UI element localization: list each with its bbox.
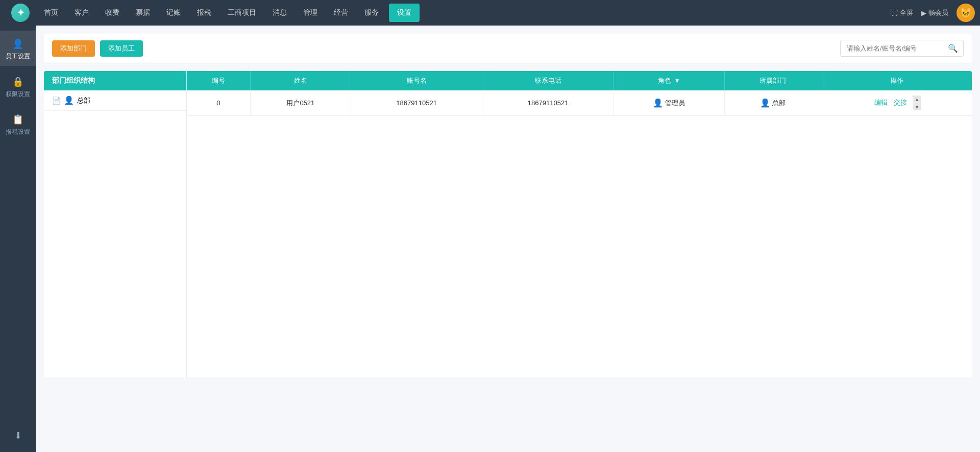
- nav-item-message[interactable]: 消息: [264, 0, 295, 26]
- toolbar: 添加部门 添加员工 🔍: [44, 34, 972, 63]
- cell-dept: 👤 总部: [724, 90, 821, 116]
- logo: ✦: [5, 4, 36, 22]
- col-header-id: 编号: [187, 71, 250, 90]
- cell-phone: 18679110521: [482, 90, 614, 116]
- nav-item-tax[interactable]: 报税: [189, 0, 219, 26]
- nav-item-fee[interactable]: 收费: [97, 0, 128, 26]
- nav-item-manage[interactable]: 管理: [295, 0, 326, 26]
- nav-item-service[interactable]: 服务: [356, 0, 387, 26]
- scroll-down-button[interactable]: ▼: [913, 103, 921, 110]
- fullscreen-button[interactable]: ⛶ 全屏: [891, 8, 913, 17]
- role-person-icon: 👤: [653, 98, 663, 108]
- dept-item-name: 总部: [77, 96, 90, 105]
- sidebar-item-permission-label: 权限设置: [6, 90, 30, 99]
- col-header-action: 操作: [821, 71, 972, 90]
- row-scroll-buttons: ▲ ▼: [913, 96, 921, 110]
- fullscreen-label: 全屏: [900, 8, 913, 17]
- app-layout: 👤 员工设置 🔒 权限设置 📋 报税设置 ⬇ 添加部门 添加员工 🔍: [0, 0, 980, 452]
- search-input[interactable]: [841, 41, 943, 55]
- nav-item-accounting[interactable]: 记账: [158, 0, 189, 26]
- sidebar-download-button[interactable]: ⬇: [0, 422, 36, 452]
- sidebar: 👤 员工设置 🔒 权限设置 📋 报税设置 ⬇: [0, 26, 36, 452]
- sidebar-item-tax-settings[interactable]: 📋 报税设置: [0, 106, 36, 141]
- main-content: 添加部门 添加员工 🔍 部门组织结构 📄 👤 总部: [36, 26, 980, 452]
- cell-account: 18679110521: [351, 90, 482, 116]
- scroll-up-button[interactable]: ▲: [913, 96, 921, 103]
- edit-link[interactable]: 编辑: [874, 99, 888, 106]
- sidebar-item-permission[interactable]: 🔒 权限设置: [0, 68, 36, 104]
- logo-icon: ✦: [11, 4, 30, 22]
- dept-tree-item-general[interactable]: 📄 👤 总部: [44, 90, 186, 111]
- dept-file-icon: 📄: [52, 97, 61, 105]
- tax-settings-icon: 📋: [12, 113, 24, 126]
- cell-actions: 编辑 交接 ▲ ▼: [821, 90, 972, 116]
- col-header-dept: 所属部门: [724, 71, 821, 90]
- add-emp-button[interactable]: 添加员工: [100, 40, 143, 57]
- top-nav: ✦ 首页 客户 收费 票据 记账 报税 工商项目 消息 管理 经营 服务 设置 …: [0, 0, 980, 26]
- fullscreen-icon: ⛶: [891, 9, 898, 17]
- add-dept-button[interactable]: 添加部门: [52, 40, 95, 57]
- nav-items: 首页 客户 收费 票据 记账 报税 工商项目 消息 管理 经营 服务 设置: [36, 0, 891, 26]
- nav-right: ⛶ 全屏 ▶ 畅会员 🐱: [891, 4, 975, 22]
- nav-item-operation[interactable]: 经营: [326, 0, 356, 26]
- cell-id: 0: [187, 90, 250, 116]
- table-row: 0 用户0521 18679110521 18679110521 👤 管理员: [187, 90, 972, 116]
- search-button[interactable]: 🔍: [943, 40, 963, 56]
- dept-person-icon: 👤: [64, 96, 74, 105]
- col-header-name: 姓名: [250, 71, 351, 90]
- content-body: 部门组织结构 📄 👤 总部 编号 姓名 账号名 联系电话: [44, 71, 972, 377]
- sidebar-item-employee-label: 员工设置: [6, 52, 30, 61]
- col-header-phone: 联系电话: [482, 71, 614, 90]
- col-header-account: 账号名: [351, 71, 482, 90]
- cell-role: 👤 管理员: [614, 90, 724, 116]
- cell-name: 用户0521: [250, 90, 351, 116]
- emp-table: 编号 姓名 账号名 联系电话 角色 ▼ 所属部门 操作: [187, 71, 972, 377]
- nav-item-bill[interactable]: 票据: [128, 0, 158, 26]
- avatar[interactable]: 🐱: [957, 4, 975, 22]
- nav-item-business[interactable]: 工商项目: [219, 0, 264, 26]
- permission-icon: 🔒: [12, 76, 24, 88]
- dept-tree-header: 部门组织结构: [44, 71, 186, 90]
- nav-item-customer[interactable]: 客户: [66, 0, 97, 26]
- member-button[interactable]: ▶ 畅会员: [921, 8, 948, 17]
- dept-tree: 部门组织结构 📄 👤 总部: [44, 71, 187, 377]
- member-label: 畅会员: [928, 8, 948, 17]
- col-header-role[interactable]: 角色 ▼: [614, 71, 724, 90]
- nav-item-home[interactable]: 首页: [36, 0, 66, 26]
- toolbar-search: 🔍: [840, 40, 964, 57]
- employee-icon: 👤: [12, 38, 24, 50]
- dept-person-icon-cell: 👤: [760, 98, 770, 108]
- employee-table: 编号 姓名 账号名 联系电话 角色 ▼ 所属部门 操作: [187, 71, 972, 116]
- member-icon: ▶: [921, 9, 926, 17]
- transfer-link[interactable]: 交接: [894, 99, 907, 106]
- nav-item-settings[interactable]: 设置: [389, 4, 420, 22]
- download-icon: ⬇: [12, 430, 24, 442]
- sidebar-item-tax-settings-label: 报税设置: [6, 128, 30, 136]
- sidebar-item-employee[interactable]: 👤 员工设置: [0, 31, 36, 66]
- role-filter-icon: ▼: [674, 77, 680, 84]
